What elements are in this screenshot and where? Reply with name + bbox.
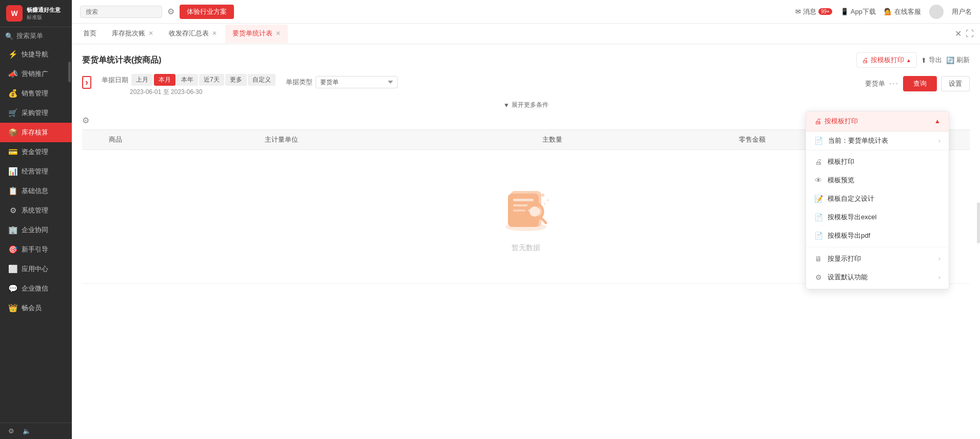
settings-icon[interactable]: ⚙ [8, 427, 14, 435]
messages-label: 消息 [803, 7, 816, 16]
sidebar-item-sales[interactable]: 💰 销售管理 [0, 84, 72, 103]
online-service-label: 在线客服 [894, 7, 921, 16]
three-dots[interactable]: ··· [889, 79, 899, 88]
tab-order-stats[interactable]: 要货单统计表 ✕ [225, 25, 288, 43]
date-btn-custom[interactable]: 自定义 [248, 74, 276, 86]
inventory-icon: 📦 [8, 128, 17, 137]
dropdown-header-left: 🖨 按模板打印 [814, 117, 858, 126]
page-title: 要货单统计表(按商品) [82, 55, 162, 66]
export-btn[interactable]: ⬆ 导出 [921, 55, 942, 65]
printer-icon: 🖨 [862, 56, 869, 64]
online-service-btn[interactable]: 💁 在线客服 [884, 7, 921, 16]
tab-label: 要货单统计表 [232, 29, 272, 38]
tab-home[interactable]: 首页 [76, 25, 104, 43]
gear-icon[interactable]: ⚙ [167, 7, 174, 16]
dropdown-item-template-preview[interactable]: 👁 模板预览 [806, 171, 949, 189]
expand-more-label: 展开更多条件 [512, 101, 548, 109]
dropdown-item-template-print[interactable]: 🖨 模板打印 [806, 152, 949, 171]
svg-point-9 [541, 194, 544, 197]
sidebar-item-marketing[interactable]: 📣 营销推广 [0, 64, 72, 84]
empty-svg [498, 181, 554, 237]
app-download-btn[interactable]: 📱 App下载 [840, 7, 876, 16]
dropdown-set-default[interactable]: ⚙ 设置默认功能 › [806, 268, 949, 287]
template-print-dropdown: 🖨 按模板打印 ▲ 📄 当前：要货单统计表 › 🖨 模板打印 👁 模 [806, 111, 949, 290]
sidebar-item-base[interactable]: 📋 基础信息 [0, 181, 72, 201]
svg-rect-4 [513, 204, 528, 206]
sidebar-item-finance[interactable]: 💳 资金管理 [0, 142, 72, 162]
svg-point-10 [547, 199, 549, 201]
sidebar-search[interactable]: 🔍 搜索菜单 [0, 27, 72, 45]
sidebar-item-operation[interactable]: 📊 经营管理 [0, 162, 72, 181]
query-btn[interactable]: 查询 [903, 76, 937, 91]
sidebar-item-guide[interactable]: 🎯 新手引导 [0, 240, 72, 259]
topbar-right: ✉ 消息 99+ 📱 App下载 💁 在线客服 用户名 [795, 5, 972, 19]
refresh-btn[interactable]: 🔄 刷新 [946, 55, 970, 65]
sidebar-item-enterprise[interactable]: 🏢 企业协同 [0, 220, 72, 240]
dropdown-current-label: 当前：要货单统计表 [828, 136, 888, 145]
appstore-icon: ⬜ [8, 264, 17, 274]
date-btn-this-year[interactable]: 本年 [177, 74, 198, 86]
messages-btn[interactable]: ✉ 消息 99+ [795, 7, 832, 16]
dropdown-item-label: 按模板导出excel [828, 213, 876, 222]
expand-down-icon: ▼ [503, 102, 509, 109]
page-scrollbar[interactable] [977, 202, 980, 243]
topbar: ⚙ 体验行业方案 ✉ 消息 99+ 📱 App下载 💁 在线客服 用户名 [72, 0, 980, 24]
template-print-icon: 🖨 [814, 158, 822, 166]
close-all-icon[interactable]: ✕ [955, 29, 962, 39]
page-top-actions: 🖨 按模板打印 ▲ ⬆ 导出 🔄 刷新 [856, 52, 970, 68]
tab-close-receive-summary[interactable]: ✕ [212, 30, 217, 37]
sidebar-item-quick-nav[interactable]: ⚡ 快捷导航 [0, 45, 72, 64]
sidebar-item-vip[interactable]: 👑 畅会员 [0, 298, 72, 318]
chevron-up-icon: ▲ [906, 58, 911, 63]
date-btn-last-month[interactable]: 上月 [131, 74, 153, 86]
template-print-btn[interactable]: 🖨 按模板打印 ▲ [856, 52, 917, 68]
base-icon: 📋 [8, 186, 17, 196]
sidebar-scrollbar[interactable] [68, 62, 71, 82]
expand-icon[interactable]: › [82, 76, 91, 89]
avatar[interactable] [929, 5, 944, 19]
date-btn-7days[interactable]: 近7天 [199, 74, 224, 86]
sidebar-item-purchase[interactable]: 🛒 采购管理 [0, 103, 72, 123]
empty-text: 暂无数据 [512, 243, 540, 253]
date-btn-more[interactable]: 更多 [225, 74, 247, 86]
message-icon: ✉ [795, 8, 801, 15]
search-icon: 🔍 [5, 32, 13, 40]
sidebar-item-weixin[interactable]: 💬 企业微信 [0, 279, 72, 298]
industry-btn[interactable]: 体验行业方案 [180, 5, 234, 19]
tab-label: 收发存汇总表 [169, 29, 209, 38]
date-btn-this-month[interactable]: 本月 [154, 74, 175, 86]
vip-icon: 👑 [8, 303, 17, 313]
topbar-search-input[interactable] [80, 6, 162, 18]
table-settings-icon[interactable]: ⚙ [82, 116, 89, 125]
filter-row: › 单据日期 上月 本月 本年 近7天 更多 自定义 [82, 74, 970, 97]
dropdown-item-export-pdf[interactable]: 📄 按模板导出pdf [806, 226, 949, 245]
weixin-icon: 💬 [8, 284, 17, 293]
sidebar-bottom: ⚙ 🔈 [0, 423, 72, 439]
export-label: 导出 [929, 55, 942, 65]
tab-inventory-batch[interactable]: 库存批次账 ✕ [105, 25, 161, 43]
tab-close-order-stats[interactable]: ✕ [276, 30, 281, 37]
dropdown-item-template-design[interactable]: 📝 模板自定义设计 [806, 189, 949, 208]
tab-receive-summary[interactable]: 收发存汇总表 ✕ [162, 25, 224, 43]
sidebar-item-system[interactable]: ⚙ 系统管理 [0, 201, 72, 220]
sidebar-item-label: 库存核算 [22, 128, 48, 137]
app-badge: 标准版 [27, 14, 61, 21]
maximize-icon[interactable]: ⛶ [966, 29, 974, 39]
dropdown-chevron[interactable]: ▲ [934, 118, 940, 125]
messages-badge: 99+ [818, 8, 832, 15]
dropdown-item-export-excel[interactable]: 📄 按模板导出excel [806, 208, 949, 226]
dropdown-display-print[interactable]: 🖥 按显示打印 › [806, 250, 949, 268]
settings-btn[interactable]: 设置 [941, 76, 970, 91]
sidebar-item-inventory[interactable]: 📦 库存核算 [0, 123, 72, 142]
download-icon: 📱 [840, 8, 849, 15]
finance-icon: 💳 [8, 147, 17, 157]
order-type-select[interactable]: 要货单 [316, 76, 398, 88]
filter-expand-arrow[interactable]: › [82, 76, 91, 89]
dropdown-item-label: 模板打印 [828, 157, 854, 166]
sidebar-item-appstore[interactable]: ⬜ 应用中心 [0, 259, 72, 279]
dropdown-items-section: 🖨 模板打印 👁 模板预览 📝 模板自定义设计 📄 按模板导出excel 📄 [806, 150, 949, 247]
tab-close-inventory-batch[interactable]: ✕ [148, 30, 153, 37]
dropdown-header[interactable]: 🖨 按模板打印 ▲ [806, 111, 949, 131]
volume-icon[interactable]: 🔈 [23, 427, 31, 435]
expand-more-btn[interactable]: ▼ 展开更多条件 [503, 101, 548, 109]
